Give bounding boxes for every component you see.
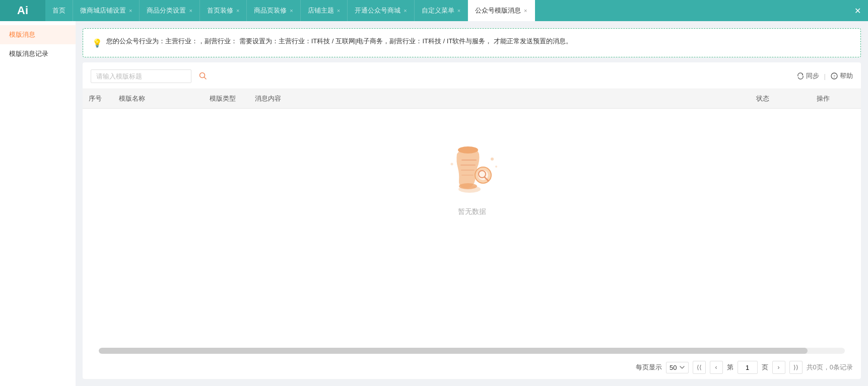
nav-tab-custom-menu[interactable]: 自定义菜单× xyxy=(415,0,468,21)
notice-text: 您的公众号行业为：主营行业：，副营行业： 需要设置为：主营行业：IT科技 / 互… xyxy=(106,36,572,47)
tab-close-icon[interactable]: × xyxy=(404,8,407,14)
notice-box: 💡 您的公众号行业为：主营行业：，副营行业： 需要设置为：主营行业：IT科技 /… xyxy=(83,28,861,57)
tab-close-icon[interactable]: × xyxy=(236,8,239,14)
page-size-label: 每页显示 xyxy=(636,363,662,372)
svg-point-6 xyxy=(459,183,477,189)
svg-point-5 xyxy=(458,146,478,153)
search-bar: 同步 | ? 帮助 xyxy=(83,62,861,89)
scrollbar-area[interactable] xyxy=(99,348,845,354)
tab-close-icon[interactable]: × xyxy=(337,8,340,14)
svg-text:?: ? xyxy=(833,74,835,79)
sync-button[interactable]: 同步 xyxy=(797,71,819,81)
svg-point-17 xyxy=(450,163,453,166)
main-layout: 模版消息模版消息记录 💡 您的公众号行业为：主营行业：，副营行业： 需要设置为：… xyxy=(0,21,868,386)
empty-text: 暂无数据 xyxy=(458,207,486,216)
tab-close-icon[interactable]: × xyxy=(290,8,293,14)
empty-state: 暂无数据 xyxy=(83,109,861,247)
scrollbar-container xyxy=(83,346,861,356)
nav-tab-category-settings[interactable]: 商品分类设置× xyxy=(140,0,199,21)
empty-icon xyxy=(442,139,502,199)
scrollbar-thumb xyxy=(99,348,808,354)
col-header-name: 模版名称 xyxy=(113,89,204,109)
col-header-action: 操作 xyxy=(811,89,861,109)
logo: Ai xyxy=(0,0,45,21)
nav-tab-home[interactable]: 首页 xyxy=(45,0,73,21)
table-header: 序号 模版名称 模版类型 消息内容 状态 操作 xyxy=(83,89,861,109)
nav-tab-label: 开通公众号商城 xyxy=(355,6,400,15)
tab-close-icon[interactable]: × xyxy=(524,8,527,14)
tab-close-icon[interactable]: × xyxy=(189,8,192,14)
notice-icon: 💡 xyxy=(92,36,102,50)
close-all-button[interactable]: ✕ xyxy=(847,0,868,21)
first-page-button[interactable]: ⟨⟨ xyxy=(693,361,706,374)
sidebar-item-template-msg[interactable]: 模版消息 xyxy=(0,25,76,44)
col-header-content: 消息内容 xyxy=(249,89,750,109)
col-header-type: 模版类型 xyxy=(204,89,249,109)
search-right: 同步 | ? 帮助 xyxy=(797,71,853,81)
page-prefix: 第 xyxy=(727,363,733,372)
nav-tab-label: 商品页装修 xyxy=(254,6,287,15)
nav-tab-label: 首页 xyxy=(52,6,65,15)
tab-close-icon[interactable]: × xyxy=(457,8,460,14)
svg-line-1 xyxy=(205,78,207,80)
help-button[interactable]: ? 帮助 xyxy=(831,71,853,81)
col-header-seq: 序号 xyxy=(83,89,113,109)
pagination: 每页显示 50 ⟨⟨ ‹ 第 页 › ⟩⟩ 共0页，0条记录 xyxy=(83,356,861,379)
page-input[interactable] xyxy=(738,361,758,374)
content-area: 💡 您的公众号行业为：主营行业：，副营行业： 需要设置为：主营行业：IT科技 /… xyxy=(76,21,868,386)
prev-page-button[interactable]: ‹ xyxy=(710,361,723,374)
top-nav: Ai 首页微商城店铺设置×商品分类设置×首页装修×商品页装修×店铺主题×开通公众… xyxy=(0,0,868,21)
nav-tabs: 首页微商城店铺设置×商品分类设置×首页装修×商品页装修×店铺主题×开通公众号商城… xyxy=(45,0,847,21)
nav-tab-label: 自定义菜单 xyxy=(422,6,454,15)
nav-tab-label: 商品分类设置 xyxy=(147,6,186,15)
nav-tab-open-mall[interactable]: 开通公众号商城× xyxy=(348,0,414,21)
search-left xyxy=(91,68,211,84)
nav-tab-store-theme[interactable]: 店铺主题× xyxy=(301,0,348,21)
nav-tab-template-msg[interactable]: 公众号模版消息× xyxy=(468,0,535,21)
next-page-button[interactable]: › xyxy=(772,361,785,374)
sidebar: 模版消息模版消息记录 xyxy=(0,21,76,386)
nav-tab-label: 首页装修 xyxy=(207,6,233,15)
page-label: 页 xyxy=(762,363,768,372)
tab-close-icon[interactable]: × xyxy=(129,8,132,14)
data-table: 序号 模版名称 模版类型 消息内容 状态 操作 xyxy=(83,89,861,109)
nav-tab-label: 公众号模版消息 xyxy=(475,6,521,15)
nav-tab-label: 店铺主题 xyxy=(308,6,334,15)
search-input[interactable] xyxy=(91,69,191,83)
page-total: 共0页，0条记录 xyxy=(807,363,853,372)
svg-point-15 xyxy=(491,158,494,161)
table-wrapper: 序号 模版名称 模版类型 消息内容 状态 操作 xyxy=(83,89,861,346)
search-button[interactable] xyxy=(195,68,211,84)
nav-tab-label: 微商城店铺设置 xyxy=(80,6,126,15)
table-container: 同步 | ? 帮助 序号 xyxy=(83,62,861,379)
nav-tab-product-decor[interactable]: 商品页装修× xyxy=(247,0,300,21)
sidebar-item-template-msg-record[interactable]: 模版消息记录 xyxy=(0,44,76,63)
divider: | xyxy=(824,72,826,80)
page-size-value: 50 xyxy=(670,364,677,371)
col-header-status: 状态 xyxy=(750,89,811,109)
svg-point-16 xyxy=(495,166,497,168)
nav-tab-store-settings[interactable]: 微商城店铺设置× xyxy=(73,0,140,21)
nav-tab-home-decor[interactable]: 首页装修× xyxy=(200,0,247,21)
page-size-select[interactable]: 50 xyxy=(666,362,688,373)
last-page-button[interactable]: ⟩⟩ xyxy=(789,361,803,374)
